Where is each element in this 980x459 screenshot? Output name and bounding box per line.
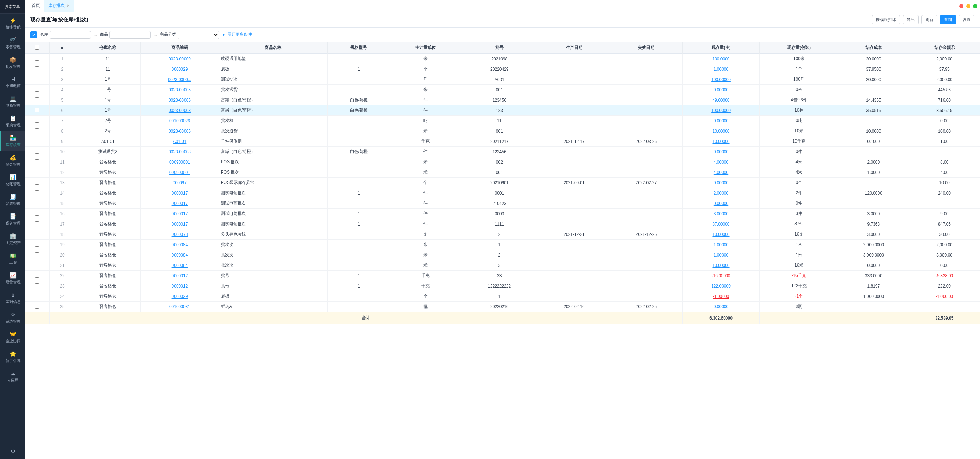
table-cell-0[interactable] <box>25 178 49 188</box>
table-cell-0[interactable] <box>25 85 49 95</box>
table-cell-0[interactable] <box>25 240 49 250</box>
total-cell-11 <box>760 312 838 324</box>
table-cell-11: 10支 <box>760 230 838 240</box>
table-cell-11: 0瓶 <box>760 302 838 312</box>
table-cell-12: 0.0000 <box>838 260 909 271</box>
select-all-checkbox[interactable] <box>35 45 39 49</box>
sidebar-item-fixed-assets[interactable]: 🏢固定资产 <box>0 230 25 249</box>
table-cell-0[interactable] <box>25 64 49 74</box>
sidebar-item-tax[interactable]: 📑税务管理 <box>0 210 25 230</box>
table-cell-8 <box>538 198 610 209</box>
table-cell-0[interactable] <box>25 126 49 136</box>
table-cell-8 <box>538 157 610 167</box>
tab-inventory[interactable]: 库存批次 ✕ <box>44 0 74 13</box>
total-cell-13: 32,589.05 <box>909 312 980 324</box>
table-cell-11: 2件 <box>760 188 838 198</box>
query-btn[interactable]: 查询 <box>940 15 956 24</box>
category-filter-select[interactable] <box>178 31 219 39</box>
table-cell-1: 17 <box>49 219 75 230</box>
table-cell-0[interactable] <box>25 260 49 271</box>
table-container[interactable]: #仓库名称商品编码商品名称规格型号主计量单位批号生产日期失效日期现存量(主)现存… <box>25 42 980 459</box>
sidebar-item-enterprise[interactable]: 🤝企业协同 <box>0 327 25 347</box>
sidebar-item-general[interactable]: 📊总账管理 <box>0 171 25 190</box>
table-cell-6: 米 <box>390 126 461 136</box>
table-cell-3: 0000012 <box>141 271 219 281</box>
table-cell-3: 0000012 <box>141 281 219 291</box>
table-cell-12 <box>838 178 909 188</box>
print-btn[interactable]: 按模板打印 <box>872 15 900 24</box>
table-cell-0[interactable] <box>25 167 49 178</box>
table-cell-5: 1 <box>328 209 390 219</box>
refresh-btn[interactable]: 刷新 <box>921 15 937 24</box>
table-cell-3: 0000017 <box>141 219 219 230</box>
table-cell-1: 15 <box>49 198 75 209</box>
window-close-btn[interactable] <box>959 4 964 8</box>
window-max-btn[interactable] <box>973 4 977 8</box>
sidebar-item-small-ecom[interactable]: 🖥小胡电商 <box>0 73 25 92</box>
table-cell-0[interactable] <box>25 147 49 157</box>
table-cell-0[interactable] <box>25 157 49 167</box>
table-cell-9 <box>610 209 682 219</box>
sidebar-item-invoice[interactable]: 🧾发票管理 <box>0 190 25 210</box>
table-cell-0[interactable] <box>25 188 49 198</box>
sidebar-item-biz[interactable]: 📈经营管理 <box>0 269 25 288</box>
table-cell-0[interactable] <box>25 116 49 126</box>
table-cell-8 <box>538 281 610 291</box>
warehouse-filter-input[interactable] <box>49 31 91 38</box>
table-cell-0[interactable] <box>25 219 49 230</box>
table-cell-7: 123 <box>461 105 538 116</box>
category-filter-group: 商品分类 <box>160 31 219 39</box>
table-cell-3: 0023-00009 <box>141 54 219 64</box>
sidebar-item-retail[interactable]: 🛒零售管理 <box>0 33 25 53</box>
table-cell-10: 0.00000 <box>682 147 760 157</box>
sidebar-item-cloud[interactable]: ☁云应用 <box>0 367 25 386</box>
tab-close-icon[interactable]: ✕ <box>67 4 70 8</box>
sidebar-item-newbie[interactable]: 🌟新手引导 <box>0 347 25 367</box>
table-cell-0[interactable] <box>25 271 49 281</box>
sidebar-search-label[interactable]: 搜索菜单 <box>5 4 20 9</box>
table-cell-9 <box>610 95 682 105</box>
table-cell-0[interactable] <box>25 209 49 219</box>
sidebar-item-ecom[interactable]: 💻电商管理 <box>0 92 25 112</box>
sidebar-item-base[interactable]: ℹ基础信息 <box>0 288 25 308</box>
col-header-10: 现存量(主) <box>682 42 760 54</box>
sidebar-item-wholesale[interactable]: 📦批发管理 <box>0 53 25 73</box>
table-cell-7: 001 <box>461 126 538 136</box>
table-cell-10: 100.00000 <box>682 105 760 116</box>
table-cell-0[interactable] <box>25 54 49 64</box>
table-cell-0[interactable] <box>25 105 49 116</box>
table-cell-10: 0.00000 <box>682 178 760 188</box>
expand-conditions-btn[interactable]: ▼ 展开更多条件 <box>222 30 252 39</box>
filter-toggle-btn[interactable]: > <box>30 31 37 38</box>
table-cell-9 <box>610 105 682 116</box>
sidebar-item-quick-nav[interactable]: ⚡快捷导航 <box>0 14 25 33</box>
table-cell-0[interactable] <box>25 198 49 209</box>
table-cell-12: 14.4355 <box>838 95 909 105</box>
window-min-btn[interactable] <box>966 4 970 8</box>
sidebar-item-system[interactable]: ⚙系统管理 <box>0 308 25 327</box>
table-cell-7: 1 <box>461 291 538 302</box>
table-cell-5: 1 <box>328 188 390 198</box>
tab-home[interactable]: 首页 <box>27 0 44 13</box>
table-cell-0[interactable] <box>25 136 49 147</box>
sidebar-item-inventory[interactable]: 🏪库存核查 <box>0 131 25 151</box>
table-cell-8 <box>538 95 610 105</box>
table-cell-0[interactable] <box>25 302 49 312</box>
sidebar-item-hr[interactable]: 💵工资 <box>0 249 25 269</box>
table-cell-5 <box>328 54 390 64</box>
table-cell-0[interactable] <box>25 250 49 260</box>
table-cell-0[interactable] <box>25 291 49 302</box>
sidebar-item-purchase[interactable]: 📋采购管理 <box>0 112 25 131</box>
table-cell-0[interactable] <box>25 281 49 291</box>
product-filter-input[interactable] <box>110 31 151 38</box>
sidebar-settings[interactable]: ⚙ <box>0 445 25 459</box>
table-cell-0[interactable] <box>25 74 49 85</box>
sidebar-item-finance[interactable]: 💰资金管理 <box>0 151 25 171</box>
table-cell-0[interactable] <box>25 230 49 240</box>
export-btn[interactable]: 导出 <box>903 15 919 24</box>
table-cell-0[interactable] <box>25 95 49 105</box>
sidebar-item-label: 新手引导 <box>5 358 21 363</box>
table-cell-5: 1 <box>328 271 390 281</box>
settings-btn[interactable]: 设置 <box>959 15 975 24</box>
table-cell-2: 晋客格仓 <box>75 302 141 312</box>
